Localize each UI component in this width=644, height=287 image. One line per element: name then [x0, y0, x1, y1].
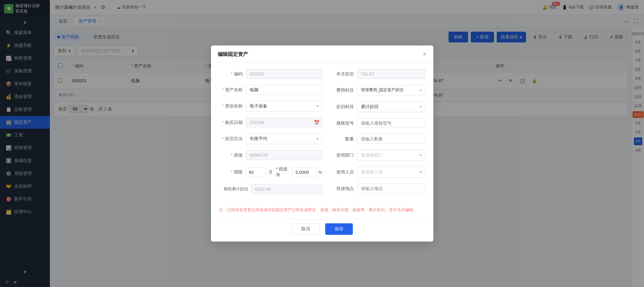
monthly-dep-label: 本月折旧 — [330, 71, 357, 77]
form-right-column: 本月折旧 费用科目 管理费用_固定资产折旧 ▾ — [322, 69, 425, 200]
form-left-column: * 编码 * 资产名称 — [219, 69, 322, 200]
dep-subject-select[interactable]: 累计折旧 ▾ — [357, 101, 425, 112]
form-row-location: 存放地点 — [330, 184, 425, 193]
form-row-dept: 使用部门 请选择部门 ▾ — [330, 150, 425, 161]
form-row-code: * 编码 — [219, 69, 322, 79]
location-label: 存放地点 — [330, 186, 357, 192]
quantity-input[interactable] — [357, 134, 425, 144]
form-row-expense-subject: 费用科目 管理费用_固定资产折旧 ▾ — [330, 85, 425, 95]
original-value-input[interactable] — [246, 150, 322, 160]
form-row-term: * 期限 月 * 残值率 % — [219, 166, 322, 178]
monthly-dep-input[interactable] — [357, 69, 425, 79]
chevron-down-icon: ▾ — [316, 104, 318, 108]
term-input[interactable] — [246, 167, 266, 177]
dept-select[interactable]: 请选择部门 ▾ — [357, 150, 425, 161]
dialog-note: 注：已经存在变更记录或者对应固定资产已经生成凭证，原值、购买日期、残值率、累计折… — [211, 207, 433, 219]
location-input[interactable] — [357, 184, 425, 193]
depreciation-method-select[interactable]: 年限平均 ▾ — [246, 133, 322, 144]
initial-acc-label: 期初累计折旧 — [219, 186, 251, 192]
form-row-depreciation-method: * 折旧方法 年限平均 ▾ — [219, 133, 322, 144]
term-label: * 期限 — [219, 169, 246, 175]
residual-rate-input[interactable] — [293, 167, 316, 177]
edit-asset-dialog: 编辑固定资产 × * 编码 — [211, 45, 433, 241]
spec-input[interactable] — [357, 118, 425, 128]
initial-acc-input[interactable] — [251, 184, 322, 194]
original-value-label: * 原值 — [219, 152, 246, 158]
depreciation-method-label: * 折旧方法 — [219, 136, 246, 142]
residual-rate-label: * 残值率 — [276, 166, 289, 178]
form-row-original-value: * 原值 — [219, 150, 322, 160]
form-row-initial-acc: 期初累计折旧 — [219, 184, 322, 194]
dialog-body: * 编码 * 资产名称 — [211, 62, 433, 207]
expense-subject-label: 费用科目 — [330, 87, 357, 93]
form-row-monthly-dep: 本月折旧 — [330, 69, 425, 79]
form-grid: * 编码 * 资产名称 — [219, 69, 425, 200]
purchase-date-input[interactable] — [246, 118, 322, 127]
expense-subject-select[interactable]: 管理费用_固定资产折旧 ▾ — [357, 85, 425, 95]
user-label: 使用人员 — [330, 169, 357, 175]
save-button[interactable]: 保存 — [325, 223, 353, 235]
dialog-overlay: 编辑固定资产 × * 编码 — [0, 0, 644, 287]
form-row-category: * 类别名称 电子设备 ▾ — [219, 101, 322, 111]
form-row-spec: 规格型号 — [330, 118, 425, 128]
user-select[interactable]: 请选择人员 ▾ — [357, 167, 425, 178]
chevron-down-icon: ▾ — [420, 153, 422, 158]
dept-label: 使用部门 — [330, 152, 357, 158]
form-row-purchase-date: * 购买日期 📅 — [219, 118, 322, 127]
dialog-header: 编辑固定资产 × — [211, 45, 433, 62]
form-row-user: 使用人员 请选择人员 ▾ — [330, 167, 425, 178]
form-row-dep-subject: 折旧科目 累计折旧 ▾ — [330, 101, 425, 112]
term-period-row: 月 * 残值率 % — [246, 166, 322, 178]
calendar-icon[interactable]: 📅 — [314, 120, 319, 125]
form-row-quantity: 数量 — [330, 134, 425, 144]
purchase-date-label: * 购买日期 — [219, 120, 246, 126]
chevron-down-icon: ▾ — [420, 170, 422, 174]
dialog-title: 编辑固定资产 — [218, 51, 248, 58]
code-label: * 编码 — [219, 71, 246, 77]
dialog-close-button[interactable]: × — [423, 51, 427, 58]
category-label: * 类别名称 — [219, 103, 246, 109]
quantity-label: 数量 — [330, 136, 357, 142]
chevron-down-icon: ▾ — [316, 136, 318, 141]
cancel-button[interactable]: 取消 — [292, 223, 320, 235]
chevron-down-icon: ▾ — [420, 104, 422, 109]
category-select[interactable]: 电子设备 ▾ — [246, 101, 322, 111]
form-row-asset-name: * 资产名称 — [219, 85, 322, 95]
dep-subject-label: 折旧科目 — [330, 104, 357, 110]
code-input[interactable] — [246, 69, 322, 79]
dialog-footer: 取消 保存 — [211, 219, 433, 242]
purchase-date-wrap: 📅 — [246, 118, 322, 127]
asset-name-label: * 资产名称 — [219, 87, 246, 93]
chevron-down-icon: ▾ — [420, 88, 422, 93]
asset-name-input[interactable] — [246, 85, 322, 95]
spec-label: 规格型号 — [330, 120, 357, 126]
